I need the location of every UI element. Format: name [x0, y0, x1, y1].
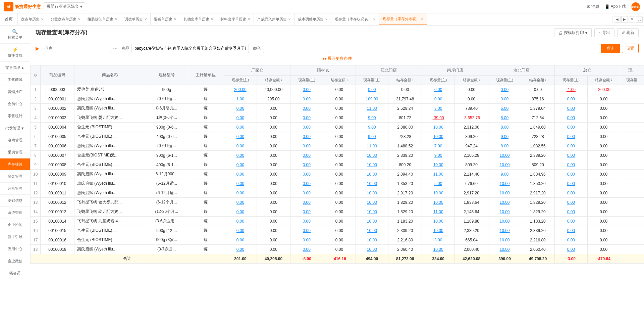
cell-yb-qty[interactable]: 10.00: [488, 226, 521, 235]
expand-conditions-btn[interactable]: ▾▾ 展开更多条件: [323, 56, 352, 61]
th-settings[interactable]: ⚙: [31, 65, 41, 85]
warehouse-dots[interactable]: ···: [113, 45, 117, 51]
tab-xiancun1[interactable]: 现存量（库存状况表） ✕: [331, 13, 379, 25]
cell-f-qty[interactable]: 0.00: [224, 160, 257, 170]
cell-jb-qty[interactable]: 10.00: [356, 245, 388, 254]
sidebar-item-inventory[interactable]: 库存核算: [0, 158, 30, 171]
cell-na-qty[interactable]: 5.00: [422, 179, 454, 188]
cell-t-qty[interactable]: 0.00: [555, 207, 587, 217]
sidebar-item-retail-stats[interactable]: 零售统计: [0, 110, 30, 122]
cell-na-qty[interactable]: 9.00: [422, 151, 454, 160]
cell-jb-qty[interactable]: 10.00: [356, 235, 388, 245]
tab-close-icon[interactable]: ✕: [373, 17, 376, 21]
sidebar-item-ecommerce[interactable]: 电商管理: [0, 134, 30, 146]
cell-f-qty[interactable]: 0.00: [224, 104, 257, 113]
cell-f-qty[interactable]: 0.00: [224, 170, 257, 179]
cell-t-qty[interactable]: 0.00: [555, 235, 587, 245]
cell-m-qty[interactable]: 0.00: [290, 94, 323, 104]
cell-jb-qty[interactable]: 10.00: [356, 151, 388, 160]
sidebar-item-retail[interactable]: 零售管理 ▲: [0, 62, 30, 74]
tab-close-all-btn[interactable]: ✕: [629, 16, 635, 23]
cell-t-qty[interactable]: 0.00: [555, 94, 587, 104]
cell-t-qty[interactable]: 0.00: [555, 198, 587, 207]
cell-t-qty[interactable]: 0.00: [555, 151, 587, 160]
cell-jb-qty[interactable]: 9.00: [356, 113, 388, 123]
cell-f-qty[interactable]: 0.00: [224, 217, 257, 226]
goods-input[interactable]: [131, 44, 249, 53]
cell-f-qty[interactable]: 0.00: [224, 113, 257, 123]
cell-m-qty[interactable]: 0.00: [290, 123, 323, 132]
tab-home[interactable]: 首页: [0, 13, 18, 25]
tab-close-icon[interactable]: ✕: [174, 17, 176, 21]
cell-t-qty[interactable]: 0.00: [555, 226, 587, 235]
app-download-btn[interactable]: 📱 App下载: [605, 4, 626, 9]
cell-t-qty[interactable]: 0.00: [555, 245, 587, 254]
tab-fen[interactable]: 分量盘点单历史 ✕: [47, 13, 84, 25]
sidebar-item-marketing[interactable]: 营销推广: [0, 86, 30, 98]
cell-yb-qty[interactable]: 10.00: [488, 235, 521, 245]
cell-f-qty[interactable]: 0.00: [224, 235, 257, 245]
cell-jb-qty[interactable]: 9.00: [356, 132, 388, 141]
cell-na-qty[interactable]: 10.00: [422, 160, 454, 170]
cell-f-qty[interactable]: 1.00: [224, 94, 257, 104]
cell-jb-qty[interactable]: 10.00: [356, 226, 388, 235]
avatar[interactable]: demo2: [631, 2, 640, 11]
cell-yb-qty[interactable]: 10.00: [488, 217, 521, 226]
tab-panding[interactable]: 盘点单历史 ✕: [18, 13, 47, 25]
tab-close-icon[interactable]: ✕: [144, 17, 147, 21]
cell-yb-qty[interactable]: 8.00: [488, 141, 521, 151]
cell-na-qty[interactable]: 10.00: [422, 132, 454, 141]
tab-cailiao[interactable]: 材料出库单历史 ✕: [217, 13, 254, 25]
sidebar-item-guide[interactable]: 新手引导: [0, 231, 30, 243]
sidebar-item-operation[interactable]: 经营管理: [0, 183, 30, 195]
sidebar-item-shop[interactable]: 零售商城: [0, 74, 30, 86]
cell-jb-qty[interactable]: 10.00: [356, 198, 388, 207]
tab-close-icon[interactable]: ✕: [248, 17, 250, 21]
cell-na-qty[interactable]: 10.00: [422, 226, 454, 235]
cell-t-qty[interactable]: 0.00: [555, 179, 587, 188]
tab-chengben[interactable]: 成本调整单历史 ✕: [294, 13, 331, 25]
cell-t-qty[interactable]: 0.00: [555, 104, 587, 113]
cell-jb-qty[interactable]: 10.00: [356, 188, 388, 198]
tab-qita[interactable]: 其他出库单历史 ✕: [180, 13, 217, 25]
cell-jb-qty[interactable]: 9.00: [356, 123, 388, 132]
tab-close-icon[interactable]: ✕: [78, 17, 80, 21]
cell-jb-qty[interactable]: 109.00: [356, 94, 388, 104]
cell-t-qty[interactable]: 0.00: [555, 160, 587, 170]
cell-t-qty[interactable]: 0.00: [555, 123, 587, 132]
tab-prev-btn[interactable]: ◀: [614, 16, 621, 23]
setting-btn[interactable]: 设置: [622, 44, 639, 53]
settings-icon[interactable]: ⚙: [34, 73, 37, 78]
filter-arrow-icon[interactable]: ▶: [36, 46, 39, 51]
tab-xiancun2[interactable]: 现存量（库存分布表） ✕: [379, 13, 427, 25]
tab-close-icon[interactable]: ✕: [211, 17, 213, 21]
cell-yb-qty[interactable]: 10.00: [488, 198, 521, 207]
cell-na-qty[interactable]: -39.00: [422, 113, 454, 123]
cell-t-qty[interactable]: 0.00: [555, 170, 587, 179]
sidebar-item-purchase[interactable]: 采购管理: [0, 146, 30, 158]
tab-chengpin[interactable]: 产成品入库单历史 ✕: [254, 13, 294, 25]
cell-yb-qty[interactable]: 9.00: [488, 170, 521, 179]
cell-na-qty[interactable]: 0.00: [422, 85, 454, 94]
tab-yaohuo[interactable]: 要货单历史 ✕: [151, 13, 180, 25]
sidebar-item-collab[interactable]: 企业协同: [0, 219, 30, 231]
cell-jb-qty[interactable]: 10.00: [356, 170, 388, 179]
tab-close-icon[interactable]: ✕: [421, 17, 424, 21]
cell-jb-qty[interactable]: 11.00: [356, 141, 388, 151]
cell-m-qty[interactable]: 0.00: [290, 132, 323, 141]
cell-jb-qty[interactable]: 10.00: [356, 179, 388, 188]
cell-t-qty[interactable]: 0.00: [555, 188, 587, 198]
cell-na-qty[interactable]: 11.00: [422, 207, 454, 217]
cell-f-qty[interactable]: 0.00: [224, 123, 257, 132]
cell-f-qty[interactable]: 0.00: [224, 207, 257, 217]
refresh-btn[interactable]: ↺ 刷新: [617, 28, 639, 37]
cell-yb-qty[interactable]: 10.00: [488, 179, 521, 188]
sidebar-item-nav[interactable]: ⚡ 快捷导航: [0, 44, 30, 62]
sidebar-item-search[interactable]: 🔍 搜索英单: [0, 26, 30, 44]
cell-t-qty[interactable]: -1.00: [555, 85, 587, 94]
cell-yb-qty[interactable]: 10.00: [488, 188, 521, 198]
cell-m-qty[interactable]: 0.00: [290, 235, 323, 245]
cell-f-qty[interactable]: 0.00: [224, 198, 257, 207]
sidebar-item-base[interactable]: 基础信息: [0, 195, 30, 207]
cell-na-qty[interactable]: 10.00: [422, 217, 454, 226]
